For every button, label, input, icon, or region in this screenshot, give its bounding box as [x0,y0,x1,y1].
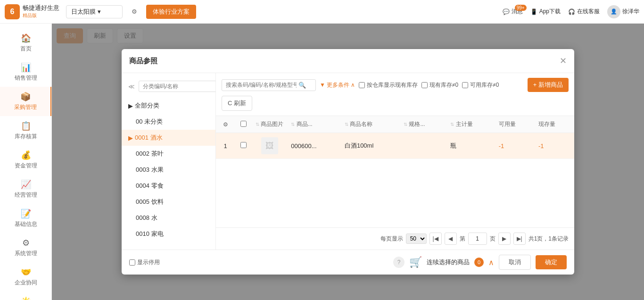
sidebar-item-purchase[interactable]: 📦 采购管理 [0,87,51,116]
search-box: 🔍 [222,79,316,91]
show-disabled-checkbox[interactable] [129,259,135,266]
th-stock[interactable]: 现存量 [535,116,574,133]
sidebar-label-system: 系统管理 [15,250,37,258]
footer-collapse-button[interactable]: ∧ [488,258,494,267]
cat-item-fruit[interactable]: 0003 水果 [122,162,215,178]
add-product-button[interactable]: + 新增商品 [528,78,569,92]
sidebar-label-basic-info: 基础信息 [15,220,37,228]
warehouse-checkbox[interactable] [359,82,365,88]
search-icon[interactable]: 🔍 [298,82,306,89]
cat-item-uncategorized[interactable]: 00 未分类 [122,114,215,130]
continuous-label: 连续选择的商品 [427,258,470,267]
footer-right: ? 🛒 连续选择的商品 0 ∧ 取消 确定 [393,255,567,270]
modal-toolbar: 🔍 ▼ 更多条件 ∧ 按仓库显示现有库存 [216,73,574,116]
show-disabled-label[interactable]: 显示停用 [129,258,160,267]
cat-item-snack[interactable]: 0004 零食 [122,178,215,194]
filter-button[interactable]: ▼ 更多条件 ∧ [320,81,355,89]
page-suffix: 页 [490,235,495,243]
cat-item-water[interactable]: 0008 水 [122,210,215,226]
refresh-button[interactable]: C 刷新 [222,96,252,111]
checkbox-warehouse[interactable]: 按仓库显示现有库存 [359,81,418,89]
sidebar-item-sales[interactable]: 📊 销售管理 [0,58,51,87]
sidebar-item-operations[interactable]: 📈 经营管理 [0,175,51,204]
app-download-button[interactable]: 📱 App下载 [530,8,561,16]
next-page-button[interactable]: ▶ [498,233,511,245]
th-name[interactable]: ⇅ 商品名称 [341,116,400,133]
th-settings[interactable]: ⚙ [216,116,235,133]
chevron-down-icon: ▾ [98,8,101,15]
content-area: 查询 刷新 设置 商品参照 ✕ ≪ [52,24,644,300]
cat-item-appliance[interactable]: 0010 家电 [122,226,215,242]
th-available[interactable]: 可用量 [495,116,535,133]
sidebar-item-finance[interactable]: 💰 资金管理 [0,145,51,175]
purchase-icon: 📦 [20,92,31,102]
available-stock-checkbox[interactable] [421,82,428,88]
gear-button[interactable]: ⚙ [127,5,141,19]
checkbox-usable-stock[interactable]: 可用库存≠0 [462,81,499,89]
cat-item-tea[interactable]: 0002 茶叶 [122,146,215,162]
operations-icon: 📈 [21,179,31,190]
user-profile[interactable]: 👤 徐泽华 [607,5,639,18]
per-page-select[interactable]: 50 [406,233,427,244]
select-all-checkbox[interactable] [240,121,247,127]
help-button[interactable]: ? [393,257,405,268]
th-spec[interactable]: ⇅ 规格... [400,116,446,133]
checkbox-available-stock[interactable]: 现有库存≠0 [421,81,458,89]
headset-icon: 🎧 [568,8,575,15]
sidebar-item-guide[interactable]: 🌟 新手引导 [0,292,51,300]
checkbox-available-stock-label: 现有库存≠0 [429,81,458,89]
search-input[interactable] [226,82,297,88]
sidebar-label-sales: 销售管理 [15,74,37,82]
th-unit[interactable]: ⇅ 主计量 [446,116,495,133]
confirm-button[interactable]: 确定 [536,255,567,269]
cancel-button[interactable]: 取消 [499,255,531,270]
modal-close-button[interactable]: ✕ [560,56,567,66]
row-checkbox[interactable] [240,142,247,148]
usable-stock-checkbox[interactable] [462,82,468,88]
online-service-button[interactable]: 🎧 在线客服 [568,8,600,16]
row-checkbox-cell[interactable] [235,133,252,159]
sidebar-item-enterprise[interactable]: 🤝 企业协同 [0,262,51,292]
sidebar-label-home: 首页 [20,45,32,53]
messages-button[interactable]: 💬 消息 99+ [503,8,523,16]
modal-header: 商品参照 ✕ [122,49,574,73]
home-icon: 🏠 [21,33,31,43]
last-page-button[interactable]: ▶| [513,233,526,245]
sidebar-item-basic-info[interactable]: 📝 基础信息 [0,204,51,233]
cat-label-all: 全部分类 [135,101,159,110]
store-selector[interactable]: 日太阳膜 ▾ [66,5,123,18]
first-page-button[interactable]: |◀ [429,233,442,245]
store-name: 日太阳膜 [71,8,96,16]
cat-collapse-button[interactable]: ≪ [126,83,137,90]
row-stock-value: -1 [538,142,544,150]
sidebar-item-system[interactable]: ⚙ 系统管理 [0,233,51,262]
filter-collapse-arrow: ∧ [351,82,355,88]
product-thumbnail: 🖼 [261,137,278,154]
table-row[interactable]: 1 🖼 000600... [216,133,574,159]
page-number-input[interactable] [468,233,487,245]
sidebar-label-purchase: 采购管理 [14,103,37,111]
prev-page-button[interactable]: ◀ [445,233,457,245]
cat-item-beverage[interactable]: 0005 饮料 [122,194,215,210]
cart-icon[interactable]: 🛒 [409,256,422,268]
logo-icon: 6 [5,4,20,19]
app-download-label: App下载 [539,8,561,16]
th-code[interactable]: ⇅ 商品... [287,116,341,133]
category-sidebar: ≪ 🔍 ▶ 全部分类 00 未分类 [122,73,216,250]
sidebar-label-operations: 经营管理 [15,191,37,199]
cat-label-water: 0008 水 [128,214,157,222]
logo-text: 畅捷通好生意 [23,4,59,12]
sidebar-label-finance: 资金管理 [15,162,37,170]
sort-icon-image: ⇅ [256,122,259,127]
trial-button[interactable]: 体验行业方案 [146,5,196,19]
sidebar-item-home[interactable]: 🏠 首页 [0,28,51,58]
avatar: 👤 [607,5,620,18]
cat-item-liquor[interactable]: ▶ 0001 酒水 [122,130,215,146]
th-checkbox[interactable] [235,116,252,133]
expand-all-arrow: ▶ [128,102,133,109]
cat-item-all[interactable]: ▶ 全部分类 [122,98,215,114]
message-icon: 💬 [503,8,510,15]
expand-liquor-arrow: ▶ [128,134,133,142]
category-search-input[interactable] [139,81,216,92]
sidebar-item-inventory[interactable]: 📋 库存核算 [0,116,51,145]
